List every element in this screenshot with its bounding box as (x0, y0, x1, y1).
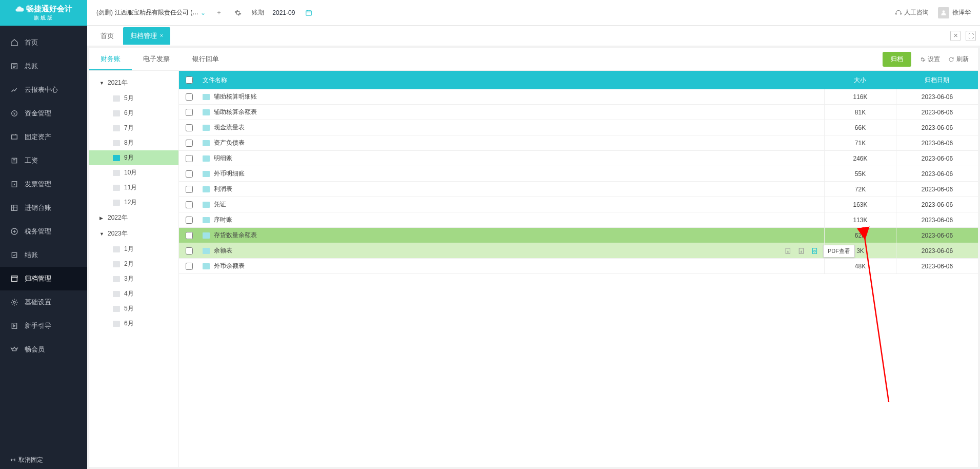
tree-year[interactable]: ▶2022年 (89, 210, 178, 226)
table-row[interactable]: 序时账113K2023-06-06 (179, 212, 978, 228)
tab-close-all[interactable]: ✕ (950, 31, 961, 41)
nav-label: 工资 (25, 156, 38, 165)
tree-month[interactable]: 7月 (89, 121, 178, 135)
tree-month[interactable]: 1月 (89, 242, 178, 257)
month-label: 1月 (124, 245, 134, 253)
year-label: 2023年 (108, 229, 128, 238)
nav-item-10[interactable]: 归档管理 (0, 267, 87, 290)
calendar-icon[interactable] (303, 7, 314, 18)
logo-sub: 旗舰版 (34, 14, 54, 22)
th-name: 文件名称 (199, 76, 824, 85)
td-name: 资产负债表 (199, 139, 824, 147)
row-checkbox[interactable] (179, 93, 199, 101)
svg-point-15 (943, 10, 945, 13)
nav-item-4[interactable]: 固定资产 (0, 125, 87, 149)
add-icon[interactable]: ＋ (214, 6, 224, 19)
tree-month[interactable]: 8月 (89, 135, 178, 150)
table-row[interactable]: 外币明细账55K2023-06-06 (179, 166, 978, 182)
folder-icon (113, 306, 120, 312)
year-label: 2022年 (108, 213, 128, 222)
td-date: 2023-06-06 (896, 166, 978, 181)
nav-item-9[interactable]: 结账 (0, 243, 87, 267)
pdf-view-icon[interactable]: PDF查看 (811, 247, 819, 255)
table-row[interactable]: 存货数量余额表62K2023-06-06 (179, 228, 978, 243)
tab-home[interactable]: 首页 (94, 27, 120, 45)
excel-download-icon[interactable] (784, 247, 792, 255)
td-size: 81K (824, 105, 896, 120)
archive-icon (10, 275, 18, 283)
nav-item-13[interactable]: 畅会员 (0, 338, 87, 361)
row-checkbox[interactable] (179, 247, 199, 255)
tree-month[interactable]: 3月 (89, 271, 178, 286)
table-row[interactable]: 现金流量表66K2023-06-06 (179, 120, 978, 135)
filename: 存货数量余额表 (214, 231, 257, 240)
consult-button[interactable]: 人工咨询 (895, 8, 929, 17)
row-checkbox[interactable] (179, 155, 199, 162)
subtab-0[interactable]: 财务账 (89, 48, 132, 70)
close-icon[interactable]: × (160, 33, 163, 38)
subtab-1[interactable]: 电子发票 (132, 48, 181, 70)
triangle-right-icon: ▶ (99, 216, 105, 221)
table-row[interactable]: 凭证163K2023-06-06 (179, 197, 978, 212)
nav-item-7[interactable]: 进销台账 (0, 196, 87, 220)
row-checkbox[interactable] (179, 109, 199, 116)
tree-month[interactable]: 4月 (89, 286, 178, 301)
nav-item-5[interactable]: 工资 (0, 149, 87, 172)
tree-year[interactable]: ▼2023年 (89, 226, 178, 242)
tree-month[interactable]: 10月 (89, 165, 178, 180)
tree-month[interactable]: 6月 (89, 106, 178, 121)
nav-item-6[interactable]: 发票管理 (0, 172, 87, 196)
user-menu[interactable]: 徐泽华 (938, 7, 971, 18)
pdf-download-icon[interactable] (797, 247, 806, 255)
archive-button[interactable]: 归档 (883, 52, 911, 67)
row-checkbox[interactable] (179, 201, 199, 208)
tree-month[interactable]: 9月 (89, 150, 178, 165)
topbar-right: 人工咨询 徐泽华 (895, 7, 971, 18)
tree-month[interactable]: 2月 (89, 257, 178, 271)
tree-month[interactable]: 6月 (89, 316, 178, 331)
tree-month[interactable]: 5月 (89, 91, 178, 106)
salary-icon (10, 157, 18, 165)
nav-item-8[interactable]: 税务管理 (0, 220, 87, 243)
row-checkbox[interactable] (179, 124, 199, 131)
nav-item-0[interactable]: 首页 (0, 31, 87, 54)
unpin-button[interactable]: ↤ 取消固定 (0, 451, 87, 469)
table-row[interactable]: 利润表72K2023-06-06 (179, 182, 978, 197)
row-checkbox[interactable] (179, 140, 199, 147)
tree-month[interactable]: 12月 (89, 195, 178, 210)
nav-item-12[interactable]: 新手引导 (0, 314, 87, 338)
table-row[interactable]: 明细账246K2023-06-06 (179, 151, 978, 166)
table-row[interactable]: 余额表PDF查看3K2023-06-06 (179, 243, 978, 259)
company-selector[interactable]: (勿删) 江西服宝精品有限责任公司 (… ⌄ (96, 8, 206, 17)
th-checkbox[interactable] (179, 76, 199, 84)
nav-item-1[interactable]: 总账 (0, 54, 87, 78)
row-checkbox[interactable] (179, 217, 199, 224)
settings-button[interactable]: 设置 (919, 55, 940, 64)
nav-item-11[interactable]: 基础设置 (0, 290, 87, 314)
tree-month[interactable]: 5月 (89, 301, 178, 316)
tree-year[interactable]: ▼2021年 (89, 75, 178, 91)
refresh-button[interactable]: 刷新 (948, 55, 969, 64)
month-label: 10月 (124, 168, 137, 177)
table-row[interactable]: 辅助核算余额表81K2023-06-06 (179, 105, 978, 120)
table-row[interactable]: 外币余额表48K2023-06-06 (179, 259, 978, 274)
row-checkbox[interactable] (179, 263, 199, 270)
row-checkbox[interactable] (179, 170, 199, 178)
folder-icon (203, 248, 210, 254)
tree-month[interactable]: 11月 (89, 180, 178, 195)
td-name: 余额表PDF查看 (199, 246, 824, 255)
tab-archive[interactable]: 归档管理 × (123, 27, 170, 45)
nav-label: 新手引导 (25, 321, 51, 330)
pin-icon: ↤ (10, 456, 15, 463)
tab-expand[interactable]: ⛶ (966, 31, 976, 41)
gear-icon[interactable] (232, 7, 244, 18)
row-checkbox[interactable] (179, 186, 199, 193)
subtab-2[interactable]: 银行回单 (181, 48, 230, 70)
nav-item-2[interactable]: 云报表中心 (0, 78, 87, 102)
table-row[interactable]: 辅助核算明细账116K2023-06-06 (179, 89, 978, 105)
row-checkbox[interactable] (179, 232, 199, 239)
table-row[interactable]: 资产负债表71K2023-06-06 (179, 135, 978, 151)
folder-icon (203, 186, 210, 192)
period-value[interactable]: 2021-09 (272, 9, 295, 16)
nav-item-3[interactable]: ¥资金管理 (0, 102, 87, 125)
